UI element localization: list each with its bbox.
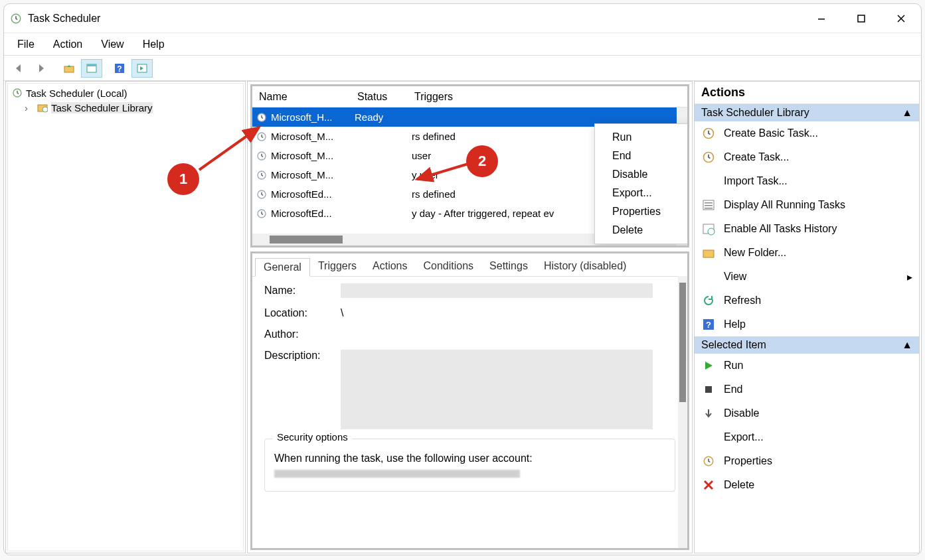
- security-legend: Security options: [273, 431, 352, 443]
- properties-toggle[interactable]: [81, 59, 102, 78]
- action-properties[interactable]: Properties: [695, 449, 919, 473]
- task-name: MicrosoftEd...: [271, 188, 332, 200]
- svg-rect-3: [64, 66, 74, 72]
- context-export[interactable]: Export...: [595, 184, 689, 202]
- collapse-icon: ▲: [902, 107, 912, 119]
- clock-icon: [11, 87, 23, 99]
- titlebar: Task Scheduler: [4, 4, 921, 33]
- help-button[interactable]: ?: [109, 59, 130, 78]
- label-name: Name:: [264, 285, 334, 297]
- action-disable[interactable]: Disable: [695, 401, 919, 425]
- tree-root-label: Task Scheduler (Local): [26, 88, 127, 99]
- action-delete[interactable]: Delete: [695, 473, 919, 497]
- minimize-button[interactable]: [801, 4, 841, 33]
- folder-icon: [37, 102, 48, 113]
- scrollbar-thumb[interactable]: [270, 236, 343, 244]
- action-display-all-tasks[interactable]: Display All Running Tasks: [695, 193, 919, 217]
- task-triggers: rs defined: [412, 188, 456, 200]
- name-field: [341, 283, 653, 298]
- annotation-arrow-1: [195, 122, 265, 175]
- context-disable[interactable]: Disable: [595, 165, 689, 184]
- action-view[interactable]: View▸: [695, 265, 919, 289]
- tab-triggers[interactable]: Triggers: [310, 257, 365, 276]
- expand-icon[interactable]: ›: [25, 102, 34, 113]
- action-import-task[interactable]: Import Task...: [695, 169, 919, 193]
- action-export[interactable]: Export...: [695, 425, 919, 449]
- forward-button[interactable]: [31, 59, 52, 78]
- task-triggers: rs defined: [412, 131, 456, 142]
- tab-actions[interactable]: Actions: [365, 257, 415, 276]
- svg-text:?: ?: [706, 320, 711, 330]
- col-triggers[interactable]: Triggers: [408, 88, 687, 105]
- actions-group-label: Selected Item: [701, 339, 766, 351]
- tree-root[interactable]: Task Scheduler (Local): [9, 86, 242, 100]
- action-create-basic-task[interactable]: Create Basic Task...: [695, 121, 919, 145]
- security-options-group: Security options When running the task, …: [264, 439, 675, 492]
- details-tabs: General Triggers Actions Conditions Sett…: [252, 253, 687, 277]
- collapse-icon: ▲: [902, 339, 912, 351]
- back-button[interactable]: [8, 59, 29, 78]
- scrollbar-thumb[interactable]: [679, 283, 686, 402]
- col-status[interactable]: Status: [351, 88, 408, 105]
- description-field: [341, 350, 653, 429]
- actions-group-library[interactable]: Task Scheduler Library ▲: [695, 104, 919, 121]
- details-scrollbar[interactable]: [678, 276, 687, 548]
- context-run[interactable]: Run: [595, 128, 689, 147]
- menu-view[interactable]: View: [92, 36, 133, 53]
- action-create-task[interactable]: Create Task...: [695, 145, 919, 169]
- blank-icon: [701, 269, 716, 284]
- security-account-value: [274, 470, 520, 478]
- col-name[interactable]: Name: [252, 88, 351, 105]
- tab-settings[interactable]: Settings: [481, 257, 536, 276]
- actions-group-label: Task Scheduler Library: [701, 107, 809, 119]
- action-enable-history[interactable]: Enable All Tasks History: [695, 217, 919, 241]
- clock-icon: [256, 189, 267, 200]
- maximize-button[interactable]: [841, 4, 881, 33]
- label-author: Author:: [264, 328, 334, 340]
- folder-up-button[interactable]: [58, 59, 80, 78]
- menu-action[interactable]: Action: [44, 36, 92, 53]
- action-refresh[interactable]: Refresh: [695, 289, 919, 313]
- list-icon: [701, 198, 716, 212]
- help-icon: ?: [701, 317, 716, 332]
- disable-icon: [701, 406, 716, 421]
- svg-rect-21: [705, 202, 713, 204]
- menu-file[interactable]: File: [8, 36, 44, 53]
- svg-rect-23: [705, 208, 713, 209]
- menu-help[interactable]: Help: [133, 36, 174, 53]
- tab-conditions[interactable]: Conditions: [415, 257, 481, 276]
- action-help[interactable]: ?Help: [695, 313, 919, 336]
- svg-point-25: [708, 228, 715, 235]
- annotation-badge-1: 1: [169, 165, 198, 194]
- security-text: When running the task, use the following…: [274, 453, 665, 464]
- context-properties[interactable]: Properties: [595, 202, 689, 221]
- clock-icon: [701, 454, 716, 468]
- action-new-folder[interactable]: New Folder...: [695, 241, 919, 265]
- tab-history[interactable]: History (disabled): [536, 257, 634, 276]
- svg-rect-1: [818, 19, 825, 20]
- context-delete[interactable]: Delete: [595, 221, 689, 240]
- tab-general[interactable]: General: [255, 258, 310, 277]
- label-location: Location:: [264, 307, 334, 319]
- svg-text:?: ?: [117, 64, 122, 74]
- window-controls: [801, 4, 921, 33]
- tree-library[interactable]: › Task Scheduler Library: [22, 100, 242, 115]
- toolbar: ?: [4, 56, 921, 81]
- action-end[interactable]: End: [695, 378, 919, 401]
- window: Task Scheduler File Action View Help ? T…: [3, 3, 922, 555]
- task-name: Microsoft_M...: [271, 131, 333, 142]
- action-run[interactable]: Run: [695, 354, 919, 378]
- folder-icon: [701, 245, 716, 260]
- menubar: File Action View Help: [4, 33, 921, 56]
- refresh-icon: [701, 293, 716, 308]
- context-end[interactable]: End: [595, 147, 689, 165]
- clock-icon: [256, 208, 267, 219]
- actions-group-selected[interactable]: Selected Item ▲: [695, 336, 919, 354]
- app-clock-icon: [9, 12, 23, 25]
- close-button[interactable]: [881, 4, 921, 33]
- task-name: Microsoft_M...: [271, 169, 333, 180]
- svg-rect-22: [705, 205, 713, 206]
- action-pane-toggle[interactable]: [131, 59, 153, 78]
- annotation-badge-2: 2: [467, 147, 497, 176]
- blank-icon: [701, 430, 716, 445]
